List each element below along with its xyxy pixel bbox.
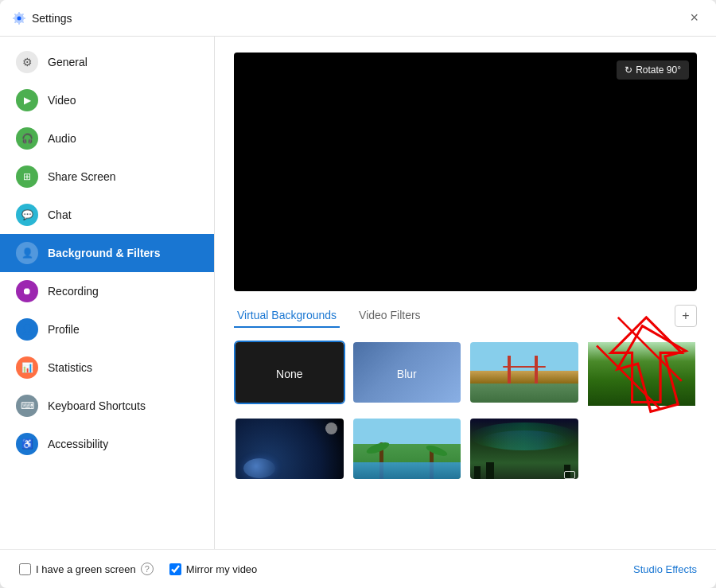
mirror-video-label: Mirror my video — [186, 563, 258, 575]
window-title: Settings — [32, 12, 72, 25]
thumbnail-none-content: None — [235, 342, 344, 404]
sidebar-label-share-screen: Share Screen — [48, 170, 116, 183]
sidebar-label-background-filters: Background & Filters — [48, 247, 161, 259]
bottom-bar: I have a green screen ? Mirror my video … — [0, 549, 716, 588]
add-background-button[interactable]: + — [675, 305, 697, 327]
video-icon: ▶ — [16, 89, 38, 111]
thumbnail-space[interactable] — [234, 417, 345, 481]
sidebar-item-accessibility[interactable]: ♿ Accessibility — [0, 425, 214, 463]
rotate-button[interactable]: ↻ Rotate 90° — [617, 60, 689, 80]
share-screen-icon: ⊞ — [16, 165, 38, 188]
thumbnails-row-1: None Blur — [234, 341, 697, 404]
thumbnail-blur[interactable]: Blur — [352, 341, 463, 404]
sidebar-item-video[interactable]: ▶ Video — [0, 81, 214, 119]
title-bar-left: Settings — [13, 12, 72, 25]
profile-icon: 👤 — [16, 318, 38, 341]
sidebar-item-keyboard-shortcuts[interactable]: ⌨ Keyboard Shortcuts — [0, 387, 214, 425]
sidebar-item-profile[interactable]: 👤 Profile — [0, 310, 214, 349]
green-screen-label: I have a green screen — [36, 563, 136, 575]
sidebar-item-recording[interactable]: ⏺ Recording — [0, 272, 214, 310]
tab-video-filters[interactable]: Video Filters — [356, 304, 424, 328]
sidebar-label-profile: Profile — [48, 323, 80, 336]
thumbnail-empty — [586, 417, 698, 481]
sidebar-label-chat: Chat — [48, 208, 72, 221]
studio-effects-link[interactable]: Studio Effects — [633, 563, 697, 575]
tab-virtual-backgrounds[interactable]: Virtual Backgrounds — [234, 304, 340, 328]
chat-icon: 💬 — [16, 204, 38, 226]
general-icon: ⚙ — [16, 51, 38, 73]
mirror-video-checkbox[interactable] — [169, 563, 181, 575]
settings-icon — [13, 12, 25, 25]
keyboard-shortcuts-icon: ⌨ — [16, 395, 38, 417]
tabs-row: Virtual Backgrounds Video Filters + — [234, 304, 697, 328]
sidebar-label-statistics: Statistics — [48, 361, 92, 374]
thumbnail-none[interactable]: None — [234, 341, 345, 404]
thumbnail-tropical[interactable] — [352, 417, 463, 481]
video-preview: ↻ Rotate 90° — [234, 53, 697, 291]
rotate-icon: ↻ — [625, 64, 632, 76]
thumbnail-aurora-bg — [470, 419, 578, 481]
thumbnails-row-2 — [234, 417, 697, 481]
recording-icon: ⏺ — [16, 280, 38, 302]
sidebar-label-general: General — [48, 56, 88, 68]
sidebar-label-audio: Audio — [48, 132, 76, 145]
audio-icon: 🎧 — [16, 127, 38, 150]
sidebar-item-chat[interactable]: 💬 Chat — [0, 196, 214, 234]
sidebar-label-keyboard-shortcuts: Keyboard Shortcuts — [48, 399, 146, 412]
close-button[interactable]: × — [685, 8, 703, 28]
sidebar-label-recording: Recording — [48, 285, 99, 298]
thumbnail-blur-content: Blur — [353, 342, 461, 404]
rotate-label: Rotate 90° — [636, 64, 681, 76]
content-area: ⚙ General ▶ Video 🎧 Audio ⊞ Share Screen… — [0, 37, 716, 549]
sidebar-item-background-filters[interactable]: 👤 Background & Filters — [0, 234, 214, 272]
statistics-icon: 📊 — [16, 356, 38, 379]
accessibility-icon: ♿ — [16, 433, 38, 455]
title-bar: Settings × — [0, 0, 716, 37]
sidebar-item-statistics[interactable]: 📊 Statistics — [0, 349, 214, 387]
thumbnail-golden-gate[interactable] — [469, 341, 580, 404]
thumbnail-aurora[interactable] — [469, 417, 580, 481]
thumbnail-grass[interactable] — [586, 341, 698, 404]
green-screen-checkbox[interactable] — [19, 563, 31, 575]
bottom-left: I have a green screen ? Mirror my video — [19, 563, 257, 575]
sidebar-item-audio[interactable]: 🎧 Audio — [0, 119, 214, 158]
sidebar-label-video: Video — [48, 94, 76, 107]
sidebar-label-accessibility: Accessibility — [48, 438, 108, 450]
thumbnail-tropical-bg — [353, 419, 461, 481]
thumbnail-space-bg — [235, 419, 344, 481]
tabs-container: Virtual Backgrounds Video Filters — [234, 304, 440, 328]
sidebar-item-share-screen[interactable]: ⊞ Share Screen — [0, 158, 214, 196]
main-content: ↻ Rotate 90° Virtual Backgrounds Video F… — [215, 37, 716, 549]
background-filters-icon: 👤 — [16, 242, 38, 264]
sidebar: ⚙ General ▶ Video 🎧 Audio ⊞ Share Screen… — [0, 37, 215, 549]
sidebar-item-general[interactable]: ⚙ General — [0, 43, 214, 81]
green-screen-help-icon[interactable]: ? — [141, 563, 154, 575]
thumbnail-grass-bg — [588, 342, 696, 406]
settings-window: Settings × ⚙ General ▶ Video 🎧 Audio ⊞ — [0, 0, 716, 588]
mirror-video-row: Mirror my video — [169, 563, 258, 575]
green-screen-row: I have a green screen ? — [19, 563, 154, 575]
thumbnail-golden-gate-bg — [470, 342, 578, 404]
